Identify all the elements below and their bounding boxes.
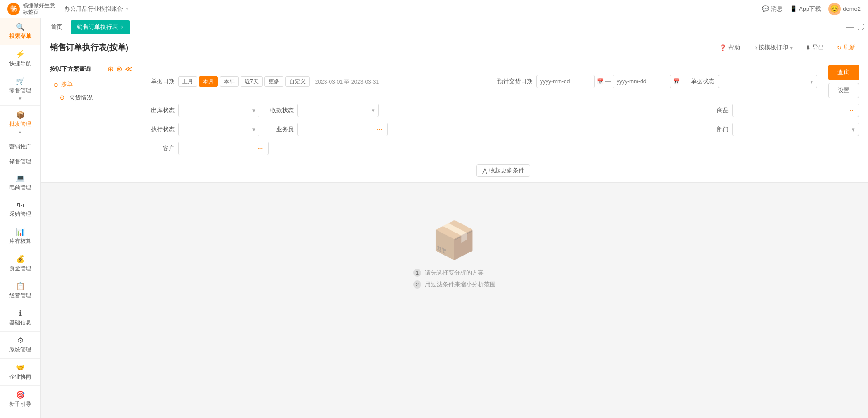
message-action[interactable]: 💬 消息: [762, 5, 783, 13]
logo-text: 畅捷做好生意 标签页: [23, 2, 55, 15]
sidebar-item-ecommerce[interactable]: 💻 电商管理: [0, 169, 40, 196]
sidebar-item-purchase[interactable]: 🛍 采购管理: [0, 196, 40, 223]
dept-field: 部门: [702, 123, 859, 136]
delivery-date-start[interactable]: [536, 75, 595, 88]
delivery-date-inputs: 📅 — 📅: [536, 75, 680, 88]
system-icon: ⚙: [17, 336, 24, 345]
sidebar-item-finance[interactable]: 💰 资金管理: [0, 250, 40, 277]
scheme-settings-icon[interactable]: ⊗: [116, 65, 122, 73]
collapse-icon: ⋀: [482, 167, 487, 174]
sidebar-item-basic-info[interactable]: ℹ 基础信息: [0, 304, 40, 332]
print-btn[interactable]: 🖨 按模板打印 ▾: [749, 42, 797, 53]
execute-status-select[interactable]: [178, 123, 259, 136]
payment-status-label: 收款状态: [267, 106, 294, 114]
order-status-field: 单据状态: [687, 75, 817, 88]
page-content: 销售订单执行表(按单) ❓ 帮助 🖨 按模板打印 ▾ ⬇ 导出: [41, 36, 868, 418]
sidebar-item-sales-mgmt[interactable]: 销售管理: [0, 154, 40, 169]
tab-home[interactable]: 首页: [44, 20, 69, 34]
user-profile[interactable]: 😊 demo2: [828, 3, 861, 15]
sidebar-item-app-center[interactable]: 🔲 应用中心: [0, 413, 40, 418]
outbound-status-label: 出库状态: [147, 106, 175, 114]
date-btn-last-month[interactable]: 上月: [178, 76, 197, 87]
refresh-btn[interactable]: ↻ 刷新: [833, 42, 859, 53]
date-range-display: 2023-03-01 至 2023-03-31: [315, 77, 379, 86]
tab-sales-order[interactable]: 销售订单执行表 ×: [71, 20, 130, 34]
content-area: 首页 销售订单执行表 × — ⛶ 销售订单执行表(按单) ❓ 帮助: [41, 18, 868, 418]
date-field: 单据日期 上月 本月 本年 近7天 更多 自定义: [147, 76, 379, 87]
scheme-item-by-order[interactable]: ⊙ 按单: [50, 78, 132, 91]
inventory-icon: 📊: [16, 228, 25, 236]
scheme-panel-header: 按以下方案查询 ⊕ ⊗ ≪: [50, 65, 132, 73]
date-btn-this-year[interactable]: 本年: [220, 76, 239, 87]
breadcrumb-dropdown-icon[interactable]: ▾: [126, 5, 129, 12]
calendar-end-icon[interactable]: 📅: [673, 78, 680, 85]
finance-icon: 💰: [16, 255, 25, 263]
sidebar-item-inventory[interactable]: 📊 库存核算: [0, 223, 40, 250]
avatar: 😊: [828, 3, 841, 15]
scheme-add-icon[interactable]: ⊕: [108, 65, 113, 73]
goods-select[interactable]: ···: [732, 104, 859, 117]
search-action-btns: 查询 设置: [828, 65, 859, 98]
sidebar-item-operations[interactable]: 📋 经营管理: [0, 277, 40, 304]
export-btn[interactable]: ⬇ 导出: [802, 42, 828, 53]
sidebar-item-guide[interactable]: 🎯 新手引导: [0, 386, 40, 413]
tab-minimize-icon[interactable]: —: [846, 23, 854, 31]
scheme-item-shortage[interactable]: ⊙ 欠货情况: [50, 91, 132, 104]
quick-nav-icon: ⚡: [16, 50, 25, 58]
help-icon: ❓: [719, 44, 726, 51]
sidebar-item-wholesale[interactable]: 📦 批发管理 ▲: [0, 106, 40, 139]
tab-close-icon[interactable]: ×: [121, 24, 124, 30]
scheme-panel: 按以下方案查询 ⊕ ⊗ ≪ ⊙ 按单 ⊙: [50, 65, 140, 177]
customer-field: 客户 ···: [147, 142, 269, 155]
goods-more-icon[interactable]: ···: [846, 107, 855, 114]
collapse-filters-btn[interactable]: ⋀ 收起更多条件: [476, 164, 530, 177]
basic-info-icon: ℹ: [19, 309, 22, 318]
sidebar-item-marketing-promo[interactable]: 营销推广: [0, 139, 40, 154]
date-btn-custom[interactable]: 自定义: [285, 76, 310, 87]
retail-arrow-icon: ▼: [18, 96, 23, 101]
expected-delivery-field: 预计交货日期 📅 — 📅: [497, 75, 680, 88]
sidebar-item-system[interactable]: ⚙ 系统管理: [0, 332, 40, 359]
date-btn-more[interactable]: 更多: [264, 76, 283, 87]
wholesale-icon: 📦: [16, 110, 25, 119]
scheme-panel-title: 按以下方案查询: [50, 65, 91, 73]
tab-maximize-icon[interactable]: ⛶: [857, 23, 864, 31]
calendar-start-icon[interactable]: 📅: [597, 78, 604, 85]
order-status-select[interactable]: [718, 75, 817, 88]
salesperson-select[interactable]: ···: [297, 123, 388, 136]
payment-status-select[interactable]: [297, 104, 379, 117]
sidebar-item-collab[interactable]: 🤝 企业协同: [0, 359, 40, 386]
customer-select[interactable]: ···: [178, 142, 269, 155]
help-btn[interactable]: ❓ 帮助: [716, 42, 744, 53]
date-btn-last-7[interactable]: 近7天: [241, 76, 263, 87]
date-label: 单据日期: [147, 77, 175, 86]
salesperson-label: 业务员: [267, 125, 294, 133]
download-icon: 📱: [790, 5, 797, 12]
search-button[interactable]: 查询: [828, 65, 859, 80]
header-right: 💬 消息 📱 App下载 😊 demo2: [762, 3, 861, 15]
main-layout: 🔍 搜索菜单 ⚡ 快捷导航 🛒 零售管理 ▼ 📦 批发管理 ▲ 营销推广 销售管…: [0, 18, 868, 418]
logo-icon: 畅: [7, 3, 20, 15]
dept-select[interactable]: [732, 123, 859, 136]
app-download-action[interactable]: 📱 App下载: [790, 5, 821, 13]
delivery-date-end[interactable]: [613, 75, 671, 88]
message-icon: 💬: [762, 5, 769, 12]
username: demo2: [843, 5, 861, 12]
salesperson-more-icon[interactable]: ···: [375, 126, 384, 133]
customer-more-icon[interactable]: ···: [256, 145, 264, 152]
breadcrumb: 办公用品行业模拟账套 ▾: [64, 5, 129, 13]
filter-row-2: 出库状态 收款状态: [147, 104, 859, 117]
date-filter-buttons: 上月 本月 本年 近7天 更多 自定义: [178, 76, 310, 87]
filter-row-3: 执行状态 业务员 ···: [147, 123, 859, 136]
dept-label: 部门: [702, 125, 729, 133]
settings-button[interactable]: 设置: [828, 83, 859, 98]
empty-tips: 1 请先选择要分析的方案 2 用过滤条件来缩小分析范围: [413, 269, 495, 289]
date-btn-this-month[interactable]: 本月: [199, 76, 218, 87]
outbound-status-select[interactable]: [178, 104, 259, 117]
sidebar-item-search[interactable]: 🔍 搜索菜单: [0, 18, 40, 45]
sidebar-item-retail[interactable]: 🛒 零售管理 ▼: [0, 72, 40, 106]
sidebar-item-quick-nav[interactable]: ⚡ 快捷导航: [0, 45, 40, 72]
scheme-collapse-icon[interactable]: ≪: [125, 65, 132, 73]
execute-status-label: 执行状态: [147, 125, 175, 133]
print-dropdown-icon[interactable]: ▾: [790, 44, 793, 51]
